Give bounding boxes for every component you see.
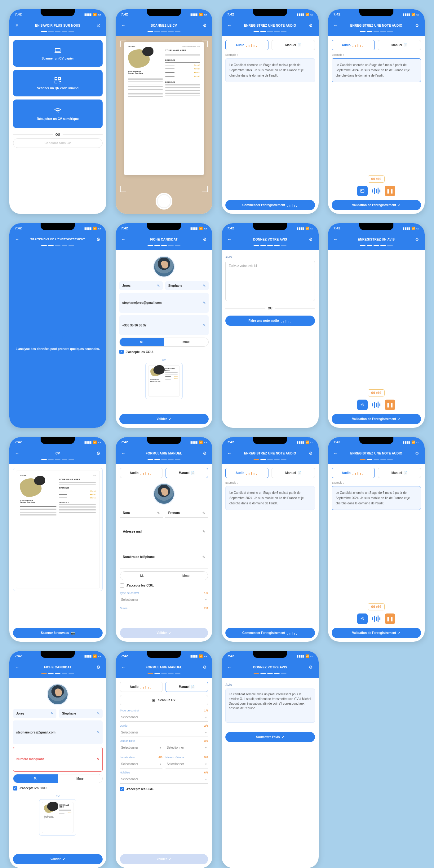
gender-mr[interactable]: M. xyxy=(120,571,164,580)
cv-preview-card[interactable]: RESUME2019 Your Awesome Quotes Text Here… xyxy=(13,468,103,591)
back-icon[interactable]: ← xyxy=(226,22,233,29)
back-icon[interactable]: ← xyxy=(332,450,339,457)
candidate-no-cv-button[interactable]: Candidat sans CV xyxy=(13,138,103,148)
tab-manuel[interactable]: Manuel📄 xyxy=(165,468,208,478)
avis-textarea[interactable]: Le candidat semble avoir un profil intér… xyxy=(225,688,315,723)
gear-icon[interactable]: ⚙ xyxy=(308,22,314,29)
gear-icon[interactable]: ⚙ xyxy=(308,450,314,457)
prenom-field[interactable]: Prenom✎ xyxy=(165,508,208,518)
gear-icon[interactable]: ⚙ xyxy=(413,450,421,457)
gear-icon[interactable]: ⚙ xyxy=(201,22,208,29)
gear-icon[interactable]: ⚙ xyxy=(95,450,102,457)
back-icon[interactable]: ← xyxy=(120,236,127,243)
gender-mme[interactable]: Mme xyxy=(58,774,102,783)
email-field[interactable]: stephanejores@gmail.com✎ xyxy=(119,292,209,313)
cgu-row[interactable]: ✓J'accepte les CGU. xyxy=(119,350,209,354)
phone-field-error[interactable]: Numéro manquant✎ xyxy=(13,747,103,771)
audio-note-button[interactable]: Faire une note audio⡀⡄⡆⡄⡀ xyxy=(225,316,315,326)
gender-mme[interactable]: Mme xyxy=(164,571,208,580)
contract-select[interactable]: Selectionner▾ xyxy=(120,595,208,604)
back-icon[interactable]: ← xyxy=(226,236,233,243)
validate-button[interactable]: Valider✓ xyxy=(13,854,103,864)
phone-field[interactable]: Numéro de téléphone✎ xyxy=(120,546,208,568)
tab-manuel[interactable]: Manuel📄 xyxy=(272,468,315,478)
submit-avis-button[interactable]: Soumettre l'avis✓ xyxy=(225,732,315,742)
back-icon[interactable]: ← xyxy=(120,22,127,29)
lastname-field[interactable]: Stephane✎ xyxy=(165,281,209,290)
validate-recording-button[interactable]: Validation de l'enregistrement✓ xyxy=(332,200,421,210)
avail-to-select[interactable]: Selectionner▾ xyxy=(165,743,208,752)
back-icon[interactable]: ← xyxy=(226,664,233,671)
restart-button[interactable]: ⟲ xyxy=(357,400,368,410)
gender-mr[interactable]: M. xyxy=(120,338,164,346)
back-icon[interactable]: ← xyxy=(13,450,21,457)
gear-icon[interactable]: ⚙ xyxy=(201,664,208,671)
gender-mr[interactable]: M. xyxy=(13,774,58,783)
validate-recording-button[interactable]: Validation de l'enregistrement✓ xyxy=(332,628,421,638)
firstname-field[interactable]: Jores✎ xyxy=(13,709,56,718)
open-external-icon[interactable] xyxy=(95,22,102,29)
cgu-row[interactable]: ✓J'accepte les CGU. xyxy=(13,786,103,790)
pause-button[interactable]: ❚❚ xyxy=(385,186,395,196)
tab-audio[interactable]: Audio⡀⡄⡆⡄⡀ xyxy=(332,40,375,50)
hobbies-select[interactable]: Selectionner▾ xyxy=(120,775,208,784)
close-icon[interactable]: ✕ xyxy=(13,22,21,29)
location-select[interactable]: Selectionner▾ xyxy=(120,760,162,769)
avis-textarea[interactable]: Ecrivez votre avis ici xyxy=(225,261,315,301)
email-field[interactable]: Adresse mail✎ xyxy=(120,520,208,543)
nom-field[interactable]: Nom✎ xyxy=(120,508,163,518)
tab-audio[interactable]: Audio⡀⡄⡆⡄⡀ xyxy=(120,682,162,692)
back-icon[interactable]: ← xyxy=(332,236,339,243)
retrieve-digital-cv-button[interactable]: Récupérer un CV numérique xyxy=(13,99,103,128)
email-field[interactable]: stephanejores@gmail.com✎ xyxy=(13,720,103,744)
tab-manuel[interactable]: Manuel📄 xyxy=(378,40,421,50)
rescan-button[interactable]: Scanner à nouveau📷 xyxy=(13,628,103,638)
restart-button[interactable]: ⟲ xyxy=(357,614,368,624)
gear-icon[interactable]: ⚙ xyxy=(308,236,314,243)
scan-cv-button[interactable]: ▣Scan un CV xyxy=(120,695,208,705)
back-icon[interactable]: ← xyxy=(120,664,127,671)
contract-select[interactable]: Selectionner▾ xyxy=(120,713,208,722)
cgu-row[interactable]: ✓J'accepte les CGU. xyxy=(120,787,208,791)
gear-icon[interactable]: ⚙ xyxy=(95,664,102,671)
tab-manuel[interactable]: Manuel📄 xyxy=(165,682,208,692)
start-recording-button[interactable]: Commencer l'enregistrement⡀⡄⡆⡄⡀ xyxy=(225,628,315,638)
validate-recording-button[interactable]: Validation de l'enregistrement✓ xyxy=(332,414,421,424)
phone-field[interactable]: +336 35 36 36 37✎ xyxy=(119,315,209,335)
duration-select[interactable]: Selectionner▾ xyxy=(120,728,208,737)
pause-button[interactable]: ❚❚ xyxy=(385,400,395,410)
gender-mme[interactable]: Mme xyxy=(164,338,208,346)
pause-button[interactable]: ❚❚ xyxy=(385,614,395,624)
validate-button[interactable]: Valider✓ xyxy=(119,414,209,424)
education-select[interactable]: Selectionner▾ xyxy=(165,760,208,769)
gear-icon[interactable]: ⚙ xyxy=(413,236,421,243)
firstname-field[interactable]: Jores✎ xyxy=(119,281,163,290)
avail-from-select[interactable]: Selectionner▾ xyxy=(120,743,162,752)
start-recording-button[interactable]: Commencer l'enregistrement⡀⡄⡆⡄⡀ xyxy=(225,200,315,210)
gear-icon[interactable]: ⚙ xyxy=(95,236,102,243)
restart-button[interactable] xyxy=(357,186,368,196)
scan-qr-button[interactable]: Scanner un QR code inmind xyxy=(13,70,103,96)
gear-icon[interactable]: ⚙ xyxy=(201,236,208,243)
tab-audio[interactable]: Audio⡀⡄⡆⡄⡀ xyxy=(225,468,269,478)
scan-paper-cv-button[interactable]: Scanner un CV papier xyxy=(13,40,103,67)
back-icon[interactable]: ← xyxy=(120,450,127,457)
tab-manuel[interactable]: Manuel📄 xyxy=(272,40,315,50)
tab-audio[interactable]: Audio⡀⡄⡆⡄⡀ xyxy=(332,468,375,478)
shutter-button[interactable] xyxy=(156,193,173,210)
back-icon[interactable]: ← xyxy=(332,22,339,29)
tab-manuel[interactable]: Manuel📄 xyxy=(378,468,421,478)
cgu-row[interactable]: J'accepte les CGU. xyxy=(120,583,208,588)
gear-icon[interactable]: ⚙ xyxy=(308,664,314,671)
back-icon[interactable]: ← xyxy=(13,236,21,243)
back-icon[interactable]: ← xyxy=(226,450,233,457)
loading: L'analyse des données peut prendre quelq… xyxy=(13,254,103,424)
cv-thumbnail[interactable]: Your Awesome Quotes Text HereYOUR NAME H… xyxy=(145,363,183,399)
gear-icon[interactable]: ⚙ xyxy=(201,450,208,457)
back-icon[interactable]: ← xyxy=(13,664,21,671)
gear-icon[interactable]: ⚙ xyxy=(413,22,421,29)
tab-audio[interactable]: Audio⡀⡄⡆⡄⡀ xyxy=(225,40,269,50)
cv-thumbnail[interactable]: Your Awesome Quotes Text HereYOUR NAME H… xyxy=(39,799,76,836)
tab-audio[interactable]: Audio⡀⡄⡆⡄⡀ xyxy=(120,468,162,478)
lastname-field[interactable]: Stephane✎ xyxy=(59,709,102,718)
